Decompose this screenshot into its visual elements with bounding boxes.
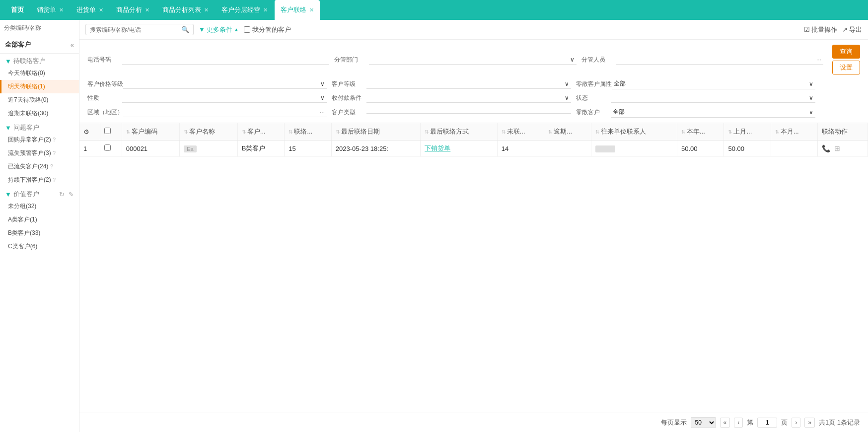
first-page-btn[interactable]: « <box>720 418 730 428</box>
row-checkbox[interactable] <box>104 144 111 151</box>
td-last-month: 50.00 <box>724 141 771 157</box>
sidebar-item-today[interactable]: 今天待联络(0) <box>0 67 79 80</box>
pagination: 每页显示 50 100 « ‹ 第 页 › » 共1页 1条记录 <box>79 413 868 432</box>
nav-customer-contact[interactable]: 客户联络 ✕ <box>275 0 320 20</box>
last-page-btn[interactable]: » <box>804 418 815 428</box>
payment-chevron-icon: ∨ <box>565 94 569 101</box>
sidebar-item-declining[interactable]: 持续下滑客户(2) ? <box>0 173 79 187</box>
th-last-contact-method[interactable]: ⇅最后联络方式 <box>421 123 497 141</box>
nav-purchase[interactable]: 进货单 ✕ <box>71 0 109 20</box>
chevron-up-icon: ▲ <box>234 27 239 32</box>
nav-sales[interactable]: 销货单 ✕ <box>31 0 70 20</box>
retail-attr-chevron-icon: ∨ <box>809 80 813 87</box>
dept-select[interactable]: ∨ <box>369 55 576 65</box>
person-dots[interactable]: ··· <box>816 56 821 63</box>
sidebar-item-7days[interactable]: 近7天待联络(0) <box>0 93 79 107</box>
all-customers-item[interactable]: 全部客户 « <box>0 36 79 54</box>
close-goods-analysis-list-icon[interactable]: ✕ <box>204 7 209 13</box>
sidebar-item-class-a[interactable]: A类客户(1) <box>0 213 79 226</box>
th-unit-contact[interactable]: ⇅往来单位联系人 <box>591 123 677 141</box>
sidebar-item-overdue[interactable]: 逾期未联络(30) <box>0 107 79 120</box>
nav-home[interactable]: 首页 <box>5 0 30 20</box>
batch-op-btn[interactable]: ☑ 批量操作 <box>804 25 837 34</box>
th-this-month[interactable]: ⇅本月... <box>771 123 817 141</box>
sidebar-item-class-c[interactable]: C类客户(6) <box>0 240 79 253</box>
prev-page-btn[interactable]: ‹ <box>734 418 743 428</box>
search-input[interactable] <box>90 26 179 33</box>
td-actions: 📞 ⊞ <box>818 141 868 157</box>
more-filter-btn[interactable]: ▼ 更多条件 ▲ <box>199 25 239 34</box>
filter-nature: 性质 ∨ <box>87 93 327 103</box>
phone-input[interactable] <box>122 55 329 65</box>
sidebar-item-class-b[interactable]: B类客户(33) <box>0 226 79 240</box>
select-all-checkbox[interactable] <box>104 128 111 134</box>
page-suffix: 页 <box>781 418 788 427</box>
filter-row-4: 区域（地区） ··· 客户类型 零散客户 全部 ∨ <box>87 107 860 118</box>
next-page-btn[interactable]: › <box>792 418 800 428</box>
price-level-select[interactable]: ∨ <box>123 79 327 89</box>
td-index: 1 <box>79 141 100 157</box>
th-type[interactable]: ⇅客户... <box>237 123 284 141</box>
retail-customer-select[interactable]: 全部 ∨ <box>611 107 815 118</box>
filter-panel: 电话号码 分管部门 ∨ 分管人员 ··· 查询 <box>79 40 868 123</box>
sidebar-item-repurchase-abnormal[interactable]: 回购异常客户(2) ? <box>0 133 79 146</box>
th-contacts[interactable]: ⇅联络... <box>285 123 331 141</box>
td-checkbox <box>100 141 122 157</box>
action-phone-icon[interactable]: 📞 <box>822 144 830 152</box>
sidebar-search-input[interactable] <box>4 24 78 31</box>
main-search-icon[interactable]: 🔍 <box>181 26 189 33</box>
filter-customer-level: 客户等级 ∨ <box>332 79 571 89</box>
sidebar-item-tomorrow[interactable]: 明天待联络(1) <box>0 80 79 93</box>
page-size-select[interactable]: 50 100 <box>691 417 716 428</box>
th-last-contact-date[interactable]: ⇅最后联络日期 <box>331 123 421 141</box>
filter-row-2: 客户价格等级 ∨ 客户等级 ∨ 零散客户属性 全部 <box>87 78 860 89</box>
region-dots[interactable]: ··· <box>320 109 325 116</box>
retail-customer-chevron-icon: ∨ <box>809 109 813 116</box>
status-select[interactable]: ∨ <box>611 93 815 103</box>
nav-goods-analysis[interactable]: 商品分析 ✕ <box>110 0 155 20</box>
filter-row-1: 电话号码 分管部门 ∨ 分管人员 ··· 查询 <box>87 45 860 74</box>
th-code[interactable]: ⇅客户编码 <box>122 123 180 141</box>
sidebar-item-churned[interactable]: 已流失客户(24) ? <box>0 160 79 173</box>
payment-select[interactable]: ∨ <box>366 93 571 103</box>
section-value-customers: ▼ 价值客户 ↻ ✎ <box>0 187 79 200</box>
th-name[interactable]: ⇅客户名称 <box>180 123 238 141</box>
filter-price-level: 客户价格等级 ∨ <box>87 79 327 89</box>
nature-select[interactable]: ∨ <box>122 93 327 103</box>
retail-attr-select[interactable]: 全部 ∨ <box>612 78 815 89</box>
close-sales-icon[interactable]: ✕ <box>59 7 64 13</box>
customer-level-select[interactable]: ∨ <box>366 79 571 89</box>
th-this-year[interactable]: ⇅本年... <box>677 123 723 141</box>
status-chevron-icon: ∨ <box>809 94 813 101</box>
close-goods-analysis-icon[interactable]: ✕ <box>145 7 149 13</box>
nav-goods-analysis-list[interactable]: 商品分析列表 ✕ <box>156 0 215 20</box>
filter-dept: 分管部门 ∨ <box>334 55 576 65</box>
th-uncontacted[interactable]: ⇅未联... <box>497 123 544 141</box>
price-level-chevron-icon: ∨ <box>320 80 325 87</box>
export-btn[interactable]: ↗ 导出 <box>842 25 862 34</box>
main-layout: 🔍 全部客户 « ▼ 待联络客户 今天待联络(0) 明天待联络(1) 近7天待联… <box>0 20 868 432</box>
settings-btn[interactable]: 设置 <box>832 61 860 74</box>
contact-method-link[interactable]: 下销货单 <box>425 144 450 152</box>
nav-customer-tier[interactable]: 客户分层经营 ✕ <box>216 0 274 20</box>
filter-customer-type: 客户类型 <box>332 108 571 117</box>
th-overdue[interactable]: ⇅逾期... <box>544 123 591 141</box>
my-customers-checkbox-label[interactable]: 我分管的客户 <box>244 25 291 34</box>
td-name: Ea <box>180 141 238 157</box>
close-purchase-icon[interactable]: ✕ <box>99 7 103 13</box>
sidebar-item-churn-warning[interactable]: 流失预警客户(3) ? <box>0 146 79 160</box>
query-btn[interactable]: 查询 <box>832 45 860 59</box>
customer-level-chevron-icon: ∨ <box>565 80 569 87</box>
my-customers-checkbox[interactable] <box>244 26 250 33</box>
sidebar-collapse-icon[interactable]: « <box>71 41 74 49</box>
td-unit-contact <box>591 141 677 157</box>
th-last-month[interactable]: ⇅上月... <box>724 123 771 141</box>
page-input[interactable] <box>757 418 777 428</box>
close-customer-contact-icon[interactable]: ✕ <box>309 7 314 13</box>
sidebar-item-unclassified[interactable]: 未分组(32) <box>0 200 79 213</box>
table-area: ⚙ ⇅客户编码 ⇅客户名称 ⇅客户... ⇅联络... ⇅最后联络日期 ⇅最后联… <box>79 123 868 413</box>
gear-icon[interactable]: ⚙ <box>83 128 89 136</box>
td-overdue <box>544 141 591 157</box>
action-grid-icon[interactable]: ⊞ <box>834 144 840 152</box>
close-customer-tier-icon[interactable]: ✕ <box>263 7 268 13</box>
